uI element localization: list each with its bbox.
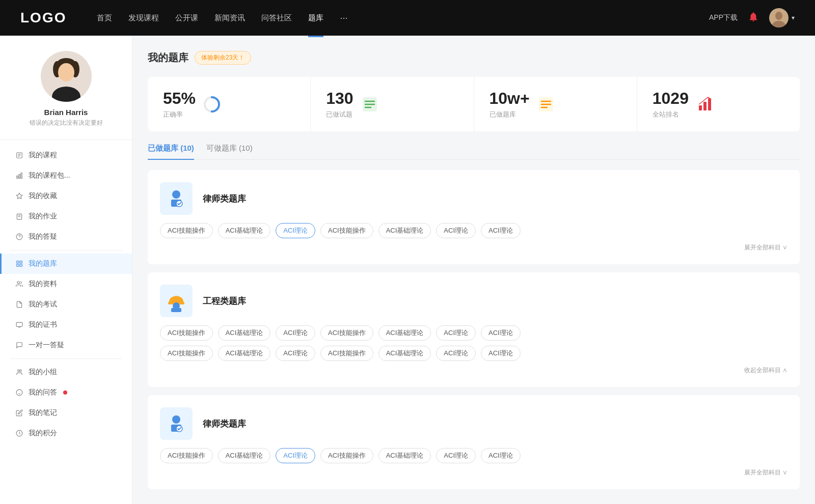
eng2-tag-2[interactable]: ACI理论 <box>276 346 315 361</box>
nav-qa[interactable]: 问答社区 <box>261 11 292 25</box>
eng2-tag-0[interactable]: ACI技能操作 <box>160 346 213 361</box>
nav-home[interactable]: 首页 <box>97 11 112 25</box>
logo[interactable]: LOGO <box>20 10 66 26</box>
expand-btn-lawyer-1[interactable]: 展开全部科目 ∨ <box>160 243 787 252</box>
sidebar-divider-2 <box>10 358 122 359</box>
tag-2[interactable]: ACI理论 <box>276 223 315 238</box>
tag-6[interactable]: ACI理论 <box>481 223 521 238</box>
sidebar-item-my-homework-label: 我的作业 <box>29 212 57 221</box>
list-yellow-icon <box>537 95 555 114</box>
eng-tag-0[interactable]: ACI技能操作 <box>160 325 213 341</box>
law2-tag-1[interactable]: ACI基础理论 <box>218 448 271 463</box>
trial-badge: 体验剩余23天！ <box>195 51 251 65</box>
eng2-tag-1[interactable]: ACI基础理论 <box>218 346 271 361</box>
svg-rect-16 <box>21 173 22 179</box>
main-layout: Brian Harris 错误的决定比没有决定要好 我的课程 我的课程包... <box>0 36 815 504</box>
sidebar-item-my-exam-label: 我的考试 <box>29 300 57 309</box>
sidebar-item-my-data-label: 我的资料 <box>29 279 57 289</box>
law2-tag-5[interactable]: ACI理论 <box>436 448 476 463</box>
lawyer-icon-1 <box>160 182 193 215</box>
svg-point-49 <box>172 190 180 199</box>
tags-row-lawyer-2: ACI技能操作 ACI基础理论 ACI理论 ACI技能操作 ACI基础理论 AC… <box>160 448 787 463</box>
sidebar-profile: Brian Harris 错误的决定比没有决定要好 <box>0 51 132 140</box>
sidebar-item-my-question-label: 我的答疑 <box>29 232 57 241</box>
bar-chart-icon <box>15 172 23 180</box>
tag-4[interactable]: ACI基础理论 <box>378 223 431 238</box>
law2-tag-3[interactable]: ACI技能操作 <box>320 448 373 463</box>
sidebar-item-my-qa-label: 我的问答 <box>29 388 57 397</box>
app-download-button[interactable]: APP下载 <box>709 13 738 22</box>
nav-qbank[interactable]: 题库 <box>308 11 323 25</box>
sidebar-item-my-collection-label: 我的收藏 <box>29 191 57 201</box>
sidebar-item-my-cert[interactable]: 我的证书 <box>0 315 132 335</box>
sidebar-item-my-question[interactable]: 我的答疑 <box>0 227 132 247</box>
tab-available-banks[interactable]: 可做题库 (10) <box>206 144 253 159</box>
sidebar-item-my-package[interactable]: 我的课程包... <box>0 165 132 186</box>
page-header: 我的题库 体验剩余23天！ <box>148 51 800 65</box>
qbank-title-lawyer-1: 律师类题库 <box>203 193 246 205</box>
stat-done-banks-label: 已做题库 <box>490 110 530 119</box>
user-avatar-menu[interactable]: ▾ <box>769 8 795 27</box>
tag-1[interactable]: ACI基础理论 <box>218 223 271 238</box>
eng-tag-1[interactable]: ACI基础理论 <box>218 325 271 341</box>
nav-news[interactable]: 新闻资讯 <box>214 11 245 25</box>
sidebar-item-my-package-label: 我的课程包... <box>29 171 70 180</box>
eng2-tag-3[interactable]: ACI技能操作 <box>320 346 373 361</box>
sidebar-item-my-points[interactable]: 我的积分 <box>0 423 132 443</box>
engineer-icon <box>160 285 193 317</box>
eng2-tag-4[interactable]: ACI基础理论 <box>378 346 431 361</box>
sidebar-item-my-qbank-label: 我的题库 <box>29 259 57 268</box>
sidebar-item-one-on-one[interactable]: 一对一答疑 <box>0 335 132 355</box>
bar-red-icon <box>696 95 714 114</box>
tag-0[interactable]: ACI技能操作 <box>160 223 213 238</box>
svg-point-32 <box>20 370 22 372</box>
stat-ranking-label: 全站排名 <box>653 110 689 119</box>
svg-point-27 <box>17 282 20 284</box>
svg-rect-48 <box>708 98 711 110</box>
eng2-tag-6[interactable]: ACI理论 <box>481 346 521 361</box>
eng-tag-3[interactable]: ACI技能操作 <box>320 325 373 341</box>
sidebar-item-my-homework[interactable]: 我的作业 <box>0 206 132 227</box>
tag-5[interactable]: ACI理论 <box>436 223 476 238</box>
tags-row-engineer-2: ACI技能操作 ACI基础理论 ACI理论 ACI技能操作 ACI基础理论 AC… <box>160 346 787 361</box>
stat-accuracy-label: 正确率 <box>163 110 196 119</box>
tab-done-banks[interactable]: 已做题库 (10) <box>148 144 194 159</box>
sidebar-item-my-qa[interactable]: 我的问答 <box>0 382 132 403</box>
law2-tag-2[interactable]: ACI理论 <box>276 448 315 463</box>
law2-tag-6[interactable]: ACI理论 <box>481 448 521 463</box>
tag-3[interactable]: ACI技能操作 <box>320 223 373 238</box>
law2-tag-0[interactable]: ACI技能操作 <box>160 448 213 463</box>
tags-row-engineer-1: ACI技能操作 ACI基础理论 ACI理论 ACI技能操作 ACI基础理论 AC… <box>160 325 787 341</box>
nav-discover[interactable]: 发现课程 <box>128 11 159 25</box>
star-icon <box>15 192 23 200</box>
edit-icon <box>15 409 23 417</box>
stats-row: 55% 正确率 130 已做试题 <box>148 77 800 131</box>
sidebar-item-my-qbank[interactable]: 我的题库 <box>0 254 132 274</box>
sidebar-item-my-notes[interactable]: 我的笔记 <box>0 403 132 423</box>
svg-rect-46 <box>699 105 702 110</box>
eng-tag-6[interactable]: ACI理论 <box>481 325 521 341</box>
donut-chart-icon <box>203 95 221 114</box>
sidebar-item-my-exam[interactable]: 我的考试 <box>0 294 132 315</box>
nav-menu: 首页 发现课程 公开课 新闻资讯 问答社区 题库 ··· <box>97 11 709 25</box>
expand-btn-engineer[interactable]: 收起全部科目 ∧ <box>160 366 787 375</box>
nav-open-course[interactable]: 公开课 <box>175 11 198 25</box>
sidebar-item-my-group[interactable]: 我的小组 <box>0 362 132 382</box>
chevron-down-icon: ▾ <box>792 14 795 21</box>
eng-tag-4[interactable]: ACI基础理论 <box>378 325 431 341</box>
qbank-card-lawyer-2: 律师类题库 ACI技能操作 ACI基础理论 ACI理论 ACI技能操作 ACI基… <box>148 395 800 489</box>
stat-done-questions: 130 已做试题 <box>311 77 474 131</box>
eng-tag-5[interactable]: ACI理论 <box>436 325 476 341</box>
sidebar-item-my-course[interactable]: 我的课程 <box>0 145 132 165</box>
eng2-tag-5[interactable]: ACI理论 <box>436 346 476 361</box>
eng-tag-2[interactable]: ACI理论 <box>276 325 315 341</box>
svg-rect-47 <box>703 102 707 110</box>
sidebar-item-my-data[interactable]: 我的资料 <box>0 274 132 294</box>
svg-rect-28 <box>16 322 22 326</box>
profile-name: Brian Harris <box>44 108 88 117</box>
sidebar-item-my-collection[interactable]: 我的收藏 <box>0 186 132 206</box>
nav-more[interactable]: ··· <box>340 13 347 23</box>
notification-bell[interactable] <box>748 11 759 24</box>
law2-tag-4[interactable]: ACI基础理论 <box>378 448 431 463</box>
expand-btn-lawyer-2[interactable]: 展开全部科目 ∨ <box>160 468 787 477</box>
